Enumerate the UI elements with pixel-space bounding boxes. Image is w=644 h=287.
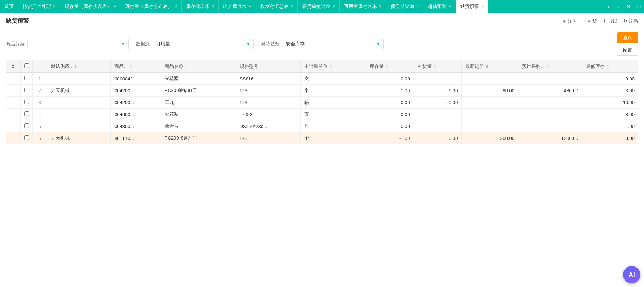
tab-abnormal[interactable]: 拣货异常处理× [18,0,60,13]
latest-price-column-header[interactable]: 最新进价⇅ [462,60,518,73]
rownum-column-header [32,60,47,73]
main-content: 缺货预警 ⎈ 分享 ◻ 补货 ⇓ 导出 ↻ 刷新 商品分类 [0,13,644,287]
tab-stock-dist[interactable]: 现存量（库存分布表）× [121,0,182,13]
replenish-base-value: 安全库存 [286,41,305,47]
tab-close-recv-summary[interactable]: × [291,4,293,9]
datasource-select[interactable]: 可用量 ▼ [153,39,254,49]
export-button[interactable]: ⇓ 导出 [603,18,618,25]
row-checkbox[interactable] [24,76,29,80]
tab-available-ledger[interactable]: 可用量库存账本× [340,0,386,13]
row-checkbox[interactable] [24,111,29,116]
tab-close-stock-dist[interactable]: × [174,4,177,9]
ai-button[interactable]: Ai [623,266,640,283]
category-select[interactable]: ▼ [27,39,129,49]
latest-price-cell [462,109,518,120]
tab-close-expiry-query[interactable]: × [416,4,419,9]
tab-close-stock-status[interactable]: × [114,4,116,9]
row-checkbox[interactable] [24,88,29,92]
row-checkbox[interactable] [24,100,29,104]
tab-close-abnormal[interactable]: × [53,4,56,9]
share-icon: ⎈ [563,18,566,24]
replenish-qty-cell: 6.00 [414,132,462,144]
row-num-cell: 2 [32,85,47,97]
category-label: 商品分类 [6,41,25,47]
spec-cell: 123 [236,85,301,97]
tab-inout-flow[interactable]: 出入库流水× [219,0,256,13]
supplier-cell [47,109,111,120]
unit-cell: 个 [301,132,366,144]
tab-close-available-ledger[interactable]: × [379,4,382,9]
replenish-qty-cell [414,73,462,85]
replenish-qty-column-header[interactable]: 补货量⇅ [414,60,462,73]
tab-close-order-stats[interactable]: × [332,4,335,9]
checkbox-cell[interactable] [20,120,32,132]
row-checkbox[interactable] [24,135,29,140]
tab-stock-status[interactable]: 现存量（库存状况表）× [60,0,121,13]
checkbox-cell[interactable] [20,109,32,120]
checkbox-cell[interactable] [20,97,32,109]
gear-column-header[interactable]: ⚙ [6,60,20,73]
table-row: 4 004600... 火花塞 J7092 支 0.00 8.00 [6,109,638,120]
product-code-cell: 004600... [111,109,161,120]
table-wrapper: ⚙ 默认供应...⇅ 商品...⇅ 商品名称⇅ [0,60,644,144]
tab-home[interactable]: 首页 [0,0,18,13]
tab-next-button[interactable]: › [614,0,624,13]
product-code-cell: 004200... [111,85,161,97]
product-name-cell: PC200油缸缸子 [161,85,236,97]
tab-maximize-button[interactable]: □ [634,0,644,13]
replenish-qty-cell [414,109,462,120]
min-stock-column-header[interactable]: 最低库存⇅ [582,60,638,73]
page-title: 缺货预警 [6,17,29,25]
header-actions: ⎈ 分享 ◻ 补货 ⇓ 导出 ↻ 刷新 [563,18,638,25]
tab-close-all-button[interactable]: ✕ [624,0,634,13]
refresh-button[interactable]: ↻ 刷新 [623,18,638,25]
share-button[interactable]: ⎈ 分享 [563,18,576,25]
row-checkbox[interactable] [24,123,29,128]
replenish-qty-cell: 20.00 [414,97,462,109]
supplier-cell [47,73,111,85]
tab-close-shortage-warning[interactable]: × [481,4,484,9]
replenish-qty-cell: 6.00 [414,85,462,97]
checkbox-column-header[interactable] [20,60,32,73]
spec-sort-icon: ⇅ [260,65,263,69]
select-all-checkbox[interactable] [24,63,29,68]
tab-expiry-query[interactable]: 保质期查询× [386,0,423,13]
datasource-dropdown-icon: ▼ [246,41,251,47]
tab-shortage-warning[interactable]: 缺货预警× [456,0,488,13]
spec-column-header[interactable]: 规格型号⇅ [236,60,301,73]
spec-cell: 123 [236,97,301,109]
tab-recv-summary[interactable]: 收发存汇总表× [256,0,298,13]
filter-right-actions: 查询 设置 [617,32,638,56]
unit-column-header[interactable]: 主计量单位⇅ [301,60,366,73]
unit-cell: 个 [301,85,366,97]
tab-close-overstock-warning[interactable]: × [449,4,451,9]
tab-order-stats[interactable]: 要货单统计表× [298,0,340,13]
supplier-column-header[interactable]: 默认供应...⇅ [47,60,111,73]
settings-button[interactable]: 设置 [617,45,638,56]
checkbox-cell[interactable] [20,73,32,85]
checkbox-cell[interactable] [20,132,32,144]
product-name-column-header[interactable]: 商品名称⇅ [161,60,236,73]
replenish-base-select[interactable]: 安全库存 ▼ [283,39,384,49]
stock-qty-column-header[interactable]: 库存量⇅ [366,60,414,73]
table-row: 2 力天机械 004200... PC200油缸缸子 123 个 -1.00 6… [6,85,638,97]
tab-close-inout-flow[interactable]: × [249,4,251,9]
unit-sort-icon: ⇅ [329,65,332,69]
replenish-base-filter-group: 补货基数 安全库存 ▼ [261,39,384,49]
est-purchase-cell [518,97,582,109]
checkbox-cell[interactable] [20,85,32,97]
tab-overstock-warning[interactable]: 超储预警× [423,0,456,13]
product-name-sort-icon: ⇅ [185,65,188,69]
stock-qty-cell: 0.00 [366,120,414,132]
product-name-cell: PC200张紧油缸 [161,132,236,144]
product-code-column-header[interactable]: 商品...⇅ [111,60,161,73]
tab-batch-account[interactable]: 库存批次账× [182,0,219,13]
query-button[interactable]: 查询 [617,32,638,43]
row-num-cell: 5 [32,120,47,132]
replenish-button[interactable]: ◻ 补货 [582,18,597,25]
tab-prev-button[interactable]: ‹ [604,0,614,13]
est-purchase-column-header[interactable]: 预计采购...⇅ [518,60,582,73]
datasource-label: 数据源 [136,41,150,47]
tab-close-batch-account[interactable]: × [212,4,214,9]
unit-cell: 只 [301,120,366,132]
